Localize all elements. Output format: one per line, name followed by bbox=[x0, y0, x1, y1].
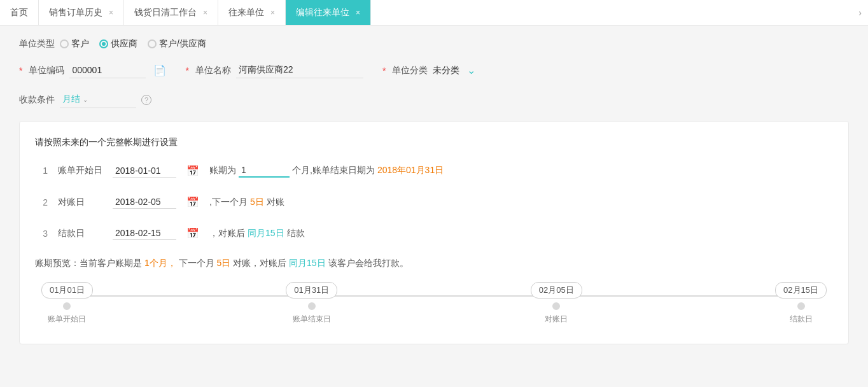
row-label-3: 结款日 bbox=[58, 228, 102, 239]
name-group: * 单位名称 bbox=[185, 62, 363, 78]
name-input[interactable] bbox=[236, 62, 363, 78]
code-input[interactable] bbox=[69, 62, 146, 78]
start-date-calendar-icon[interactable]: 📅 bbox=[186, 165, 199, 177]
start-date-input[interactable] bbox=[113, 164, 176, 178]
timeline-nodes: 01月01日 账单开始日 01月31日 账单结束日 02月05日 对账日 bbox=[41, 282, 827, 325]
payment-dropdown[interactable]: 月结 ⌄ bbox=[60, 91, 136, 108]
timeline-node-1: 01月01日 账单开始日 bbox=[41, 282, 93, 325]
classify-value: 未分类 bbox=[433, 65, 459, 76]
tab-partner-close[interactable]: × bbox=[270, 8, 275, 17]
tab-cash-work-close[interactable]: × bbox=[203, 8, 207, 17]
row-num-2: 2 bbox=[35, 197, 48, 208]
payment-group: 收款条件 月结 ⌄ ? bbox=[19, 91, 151, 108]
node-label-1: 账单开始日 bbox=[48, 314, 86, 325]
payment-date-calendar-icon[interactable]: 📅 bbox=[186, 227, 199, 239]
radio-both-label: 客户/供应商 bbox=[159, 38, 206, 50]
payment-prefix: ，对账后 bbox=[209, 228, 245, 239]
radio-supplier[interactable]: 供应商 bbox=[99, 38, 137, 50]
reconcile-date-calendar-icon[interactable]: 📅 bbox=[186, 196, 199, 208]
node-label-3: 对账日 bbox=[545, 314, 568, 325]
timeline-node-3: 02月05日 对账日 bbox=[531, 282, 582, 325]
radio-customer-label: 客户 bbox=[71, 38, 89, 50]
payment-chevron-icon: ⌄ bbox=[83, 96, 88, 103]
tab-cash-work-label: 钱货日清工作台 bbox=[134, 7, 197, 18]
code-group: * 单位编码 📄 bbox=[19, 62, 166, 78]
tab-partner-label: 往来单位 bbox=[228, 7, 264, 18]
main-content: 单位类型 客户 供应商 客户/供应商 * 单位编码 bbox=[0, 25, 868, 387]
preview-label: 账期预览：当前客户账期是 bbox=[35, 258, 142, 268]
tab-home-label: 首页 bbox=[10, 7, 28, 18]
node-dot-2 bbox=[308, 302, 316, 310]
classify-star: * bbox=[382, 66, 386, 76]
row-desc-2: ,下一个月5日 对账 bbox=[209, 197, 284, 208]
tab-edit-partner-label: 编辑往来单位 bbox=[296, 7, 349, 18]
node-dot-1 bbox=[63, 302, 71, 310]
row-label-2: 对账日 bbox=[58, 197, 102, 208]
timeline-node-2: 01月31日 账单结束日 bbox=[286, 282, 337, 325]
tab-sales-history-close[interactable]: × bbox=[109, 8, 113, 17]
tab-sales-history-label: 销售订单历史 bbox=[49, 7, 102, 18]
code-doc-icon[interactable]: 📄 bbox=[153, 64, 166, 76]
payment-row: 收款条件 月结 ⌄ ? bbox=[19, 91, 849, 108]
tab-sales-history[interactable]: 销售订单历史 × bbox=[39, 0, 124, 25]
name-star: * bbox=[185, 66, 188, 76]
tab-home[interactable]: 首页 bbox=[0, 0, 39, 25]
help-icon[interactable]: ? bbox=[141, 95, 151, 105]
row-label-1: 账单开始日 bbox=[58, 165, 102, 176]
period-input[interactable] bbox=[239, 164, 290, 178]
code-name-classify-row: * 单位编码 📄 * 单位名称 * 单位分类 未分类 ⌄ bbox=[19, 62, 849, 78]
preview-reconcile-pre: 下一个月 bbox=[179, 258, 214, 268]
node-badge-1: 01月01日 bbox=[41, 282, 93, 299]
row-num-3: 3 bbox=[35, 229, 48, 239]
setting-row-3: 3 结款日 📅 ，对账后 同月15日 结款 bbox=[35, 227, 833, 240]
radio-supplier-label: 供应商 bbox=[111, 38, 137, 50]
node-badge-3: 02月05日 bbox=[531, 282, 582, 299]
tab-edit-partner-close[interactable]: × bbox=[356, 8, 360, 17]
timeline-wrapper: 01月01日 账单开始日 01月31日 账单结束日 02月05日 对账日 bbox=[41, 282, 827, 325]
code-label: 单位编码 bbox=[29, 65, 64, 76]
tab-scroll-arrow[interactable]: › bbox=[852, 0, 868, 25]
payment-after: 结款 bbox=[287, 228, 305, 239]
unit-type-group: 单位类型 客户 供应商 客户/供应商 bbox=[19, 38, 206, 50]
preview-payment-day: 同月15日 bbox=[289, 258, 326, 268]
reconcile-after: 对账 bbox=[267, 197, 284, 208]
payment-day-highlight: 同月15日 bbox=[248, 228, 284, 239]
radio-customer[interactable]: 客户 bbox=[60, 38, 89, 50]
reconcile-prefix: ,下一个月 bbox=[209, 197, 248, 208]
chevron-down-icon: ⌄ bbox=[467, 64, 475, 76]
radio-supplier-circle bbox=[99, 39, 108, 48]
payment-date-input[interactable] bbox=[113, 227, 176, 240]
unit-type-row: 单位类型 客户 供应商 客户/供应商 bbox=[19, 38, 849, 50]
node-dot-4 bbox=[797, 302, 805, 310]
end-date-highlight: 2018年01月31日 bbox=[377, 165, 444, 176]
node-badge-2: 01月31日 bbox=[286, 282, 337, 299]
classify-dropdown[interactable]: 未分类 ⌄ bbox=[433, 64, 484, 76]
preview-reconcile-day: 5日 bbox=[216, 258, 230, 268]
unit-type-options: 客户 供应商 客户/供应商 bbox=[60, 38, 206, 50]
reconcile-date-input[interactable] bbox=[113, 195, 176, 209]
name-label: 单位名称 bbox=[195, 65, 231, 76]
node-label-2: 账单结束日 bbox=[293, 314, 331, 325]
payment-label: 收款条件 bbox=[19, 94, 55, 106]
unit-type-label: 单位类型 bbox=[19, 38, 55, 50]
preview-period: 1个月， bbox=[144, 258, 176, 268]
preview-payment-after: 该客户会给我打款。 bbox=[328, 258, 409, 268]
period-prefix: 账期为 bbox=[209, 165, 236, 176]
row-num-1: 1 bbox=[35, 165, 48, 176]
classify-label: 单位分类 bbox=[392, 65, 428, 76]
panel-title: 请按照未来的一个完整帐期进行设置 bbox=[35, 137, 833, 148]
node-dot-3 bbox=[552, 302, 560, 310]
preview-section: 账期预览：当前客户账期是 1个月， 下一个月 5日 对账，对账后 同月15日 该… bbox=[35, 258, 833, 269]
tab-cash-work[interactable]: 钱货日清工作台 × bbox=[124, 0, 218, 25]
radio-customer-circle bbox=[60, 39, 69, 48]
timeline-node-4: 02月15日 结款日 bbox=[775, 282, 827, 325]
setting-row-1: 1 账单开始日 📅 账期为 个月,账单结束日期为 2018年01月31日 bbox=[35, 164, 833, 178]
preview-reconcile-after: 对账，对账后 bbox=[233, 258, 286, 268]
code-star: * bbox=[19, 66, 22, 76]
settings-panel: 请按照未来的一个完整帐期进行设置 1 账单开始日 📅 账期为 个月,账单结束日期… bbox=[19, 121, 849, 344]
radio-both[interactable]: 客户/供应商 bbox=[148, 38, 206, 50]
tab-partner[interactable]: 往来单位 × bbox=[218, 0, 286, 25]
radio-both-circle bbox=[148, 39, 157, 48]
row-desc-1: 账期为 个月,账单结束日期为 2018年01月31日 bbox=[209, 164, 444, 178]
tab-edit-partner[interactable]: 编辑往来单位 × bbox=[286, 0, 371, 25]
